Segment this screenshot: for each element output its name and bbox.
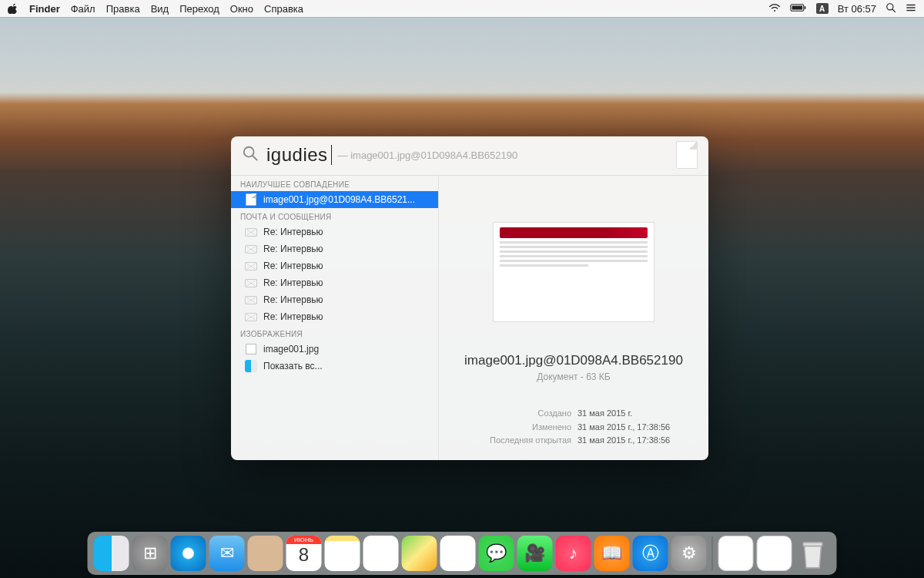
dock: ⊞ ✉ ИЮНЬ 8 ❋ 💬 🎥 ♪ 📖 Ⓐ ⚙ xyxy=(88,532,837,575)
section-header-top-hit: НАИЛУЧШЕЕ СОВПАДЕНИЕ xyxy=(231,176,438,191)
dock-photos[interactable]: ❋ xyxy=(440,536,476,571)
svg-rect-2 xyxy=(792,5,802,9)
wifi-icon[interactable] xyxy=(768,3,781,15)
preview-subtitle: Документ - 63 КБ xyxy=(537,371,610,382)
text-cursor xyxy=(331,145,332,165)
app-name[interactable]: Finder xyxy=(29,3,60,15)
mail-icon xyxy=(245,277,257,289)
spotlight-suggestion: — image001.jpg@01D098A4.BB652190 xyxy=(338,150,518,161)
dock-safari[interactable] xyxy=(171,536,206,571)
svg-point-9 xyxy=(244,147,254,157)
meta-modified-value: 31 мая 2015 г., 17:38:56 xyxy=(578,421,693,435)
result-mail[interactable]: Re: Интервью xyxy=(231,257,438,274)
dock-itunes[interactable]: ♪ xyxy=(556,536,591,571)
dock-notes[interactable] xyxy=(325,536,360,571)
result-mail[interactable]: Re: Интервью xyxy=(231,240,438,257)
mail-icon xyxy=(245,243,257,255)
result-label: image001.jpg xyxy=(263,344,319,355)
meta-opened-value: 31 мая 2015 г., 17:38:56 xyxy=(578,434,693,448)
svg-rect-3 xyxy=(804,6,805,8)
menu-help[interactable]: Справка xyxy=(264,3,303,15)
result-label: Re: Интервью xyxy=(263,260,323,271)
result-label: Показать вс... xyxy=(263,361,323,371)
dock-calendar[interactable]: ИЮНЬ 8 xyxy=(286,536,322,571)
calendar-month: ИЮНЬ xyxy=(286,536,322,544)
result-label: Re: Интервью xyxy=(263,311,323,322)
spotlight-search-row: igudies — image001.jpg@01D098A4.BB652190 xyxy=(231,136,708,176)
dock-ibooks[interactable]: 📖 xyxy=(594,536,630,571)
meta-opened-label: Последняя открытая xyxy=(490,434,571,448)
input-source-indicator[interactable]: А xyxy=(816,3,829,14)
menu-bar: Finder Файл Правка Вид Переход Окно Спра… xyxy=(0,0,924,17)
dock-contacts[interactable] xyxy=(248,536,283,571)
result-mail[interactable]: Re: Интервью xyxy=(231,308,438,325)
dock-stack[interactable] xyxy=(757,536,792,571)
dock-appstore[interactable]: Ⓐ xyxy=(633,536,668,571)
menu-go[interactable]: Переход xyxy=(179,3,219,15)
spotlight-query[interactable]: igudies xyxy=(266,144,328,166)
result-mail[interactable]: Re: Интервью xyxy=(231,274,438,291)
result-mail[interactable]: Re: Интервью xyxy=(231,291,438,308)
result-label: Re: Интервью xyxy=(263,294,323,305)
preview-title: image001.jpg@01D098A4.BB652190 xyxy=(464,353,683,368)
result-label: Re: Интервью xyxy=(263,244,323,254)
result-mail[interactable]: Re: Интервью xyxy=(231,223,438,240)
dock-launchpad[interactable]: ⊞ xyxy=(132,536,168,571)
preview-metadata: Создано31 мая 2015 г. Изменено31 мая 201… xyxy=(454,407,693,452)
menu-window[interactable]: Окно xyxy=(230,3,253,15)
menu-edit[interactable]: Правка xyxy=(106,3,140,15)
svg-rect-11 xyxy=(803,543,822,546)
result-label: image001.jpg@01D098A4.BB6521... xyxy=(263,194,415,205)
dock-separator xyxy=(712,536,713,570)
mail-icon xyxy=(245,311,257,323)
dock-facetime[interactable]: 🎥 xyxy=(517,536,553,571)
dock-maps[interactable] xyxy=(402,536,437,571)
result-show-all[interactable]: Показать вс... xyxy=(231,358,438,375)
dock-system-preferences[interactable]: ⚙ xyxy=(671,536,707,571)
result-label: Re: Интервью xyxy=(263,277,323,288)
dock-finder[interactable] xyxy=(94,536,129,571)
dock-stack[interactable] xyxy=(718,536,754,571)
menu-view[interactable]: Вид xyxy=(151,3,169,15)
calendar-day: 8 xyxy=(299,546,309,564)
spotlight-results-list: НАИЛУЧШЕЕ СОВПАДЕНИЕ image001.jpg@01D098… xyxy=(231,176,439,460)
svg-point-0 xyxy=(774,10,775,12)
svg-line-5 xyxy=(892,8,896,12)
section-header-mail: ПОЧТА И СООБЩЕНИЯ xyxy=(231,208,438,223)
dock-messages[interactable]: 💬 xyxy=(479,536,514,571)
menu-file[interactable]: Файл xyxy=(71,3,95,15)
mail-icon xyxy=(245,260,257,272)
meta-created-label: Создано xyxy=(538,407,571,421)
search-icon xyxy=(242,145,259,165)
meta-created-value: 31 мая 2015 г. xyxy=(578,407,693,421)
dock-mail[interactable]: ✉ xyxy=(209,536,245,571)
section-header-images: ИЗОБРАЖЕНИЯ xyxy=(231,325,438,341)
result-top-hit[interactable]: image001.jpg@01D098A4.BB6521... xyxy=(231,191,438,208)
preview-thumbnail xyxy=(493,222,654,322)
mail-icon xyxy=(245,226,257,238)
spotlight-panel: igudies — image001.jpg@01D098A4.BB652190… xyxy=(231,136,708,460)
clock[interactable]: Вт 06:57 xyxy=(838,3,876,15)
spotlight-preview-pane: image001.jpg@01D098A4.BB652190 Документ … xyxy=(439,176,708,460)
document-icon xyxy=(245,193,257,206)
image-icon xyxy=(245,343,257,355)
dock-reminders[interactable] xyxy=(363,536,399,571)
mail-icon xyxy=(245,294,257,306)
svg-point-4 xyxy=(887,3,893,9)
dock-trash[interactable] xyxy=(795,536,831,571)
spotlight-menubar-icon[interactable] xyxy=(886,2,896,15)
notification-center-icon[interactable] xyxy=(906,3,916,15)
result-label: Re: Интервью xyxy=(263,227,323,237)
document-icon xyxy=(676,141,698,169)
meta-modified-label: Изменено xyxy=(532,421,571,435)
battery-icon[interactable] xyxy=(790,3,807,15)
svg-line-10 xyxy=(253,156,257,160)
apple-menu-icon[interactable] xyxy=(8,3,18,14)
finder-icon xyxy=(245,360,257,372)
result-image[interactable]: image001.jpg xyxy=(231,341,438,358)
